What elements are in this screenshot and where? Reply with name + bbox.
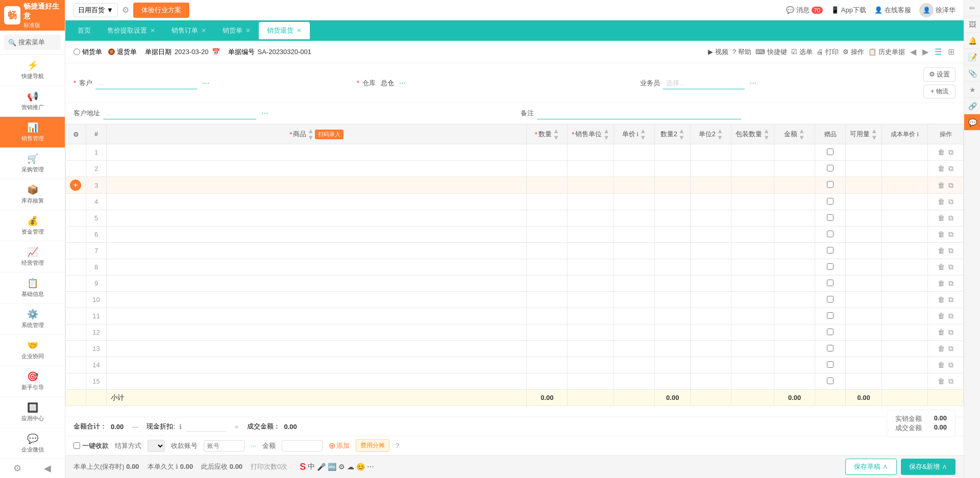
pkg-cell[interactable] xyxy=(731,243,774,259)
qty2-cell[interactable] xyxy=(655,259,691,275)
copy-row-button[interactable]: ⧉ xyxy=(947,327,954,338)
pkg-cell[interactable] xyxy=(731,194,774,210)
product-cell[interactable] xyxy=(107,259,527,275)
history-button[interactable]: 📋 历史单据 xyxy=(868,47,905,57)
sidebar-item-inventory[interactable]: 📦库存核算 xyxy=(0,179,65,210)
cost-cell[interactable] xyxy=(882,227,928,243)
amount-cell[interactable] xyxy=(774,177,815,194)
gift-checkbox[interactable] xyxy=(827,280,834,286)
amount-cell[interactable] xyxy=(774,275,815,292)
bell-sidebar-icon[interactable]: 🔔 xyxy=(964,33,980,49)
unit-cell[interactable] xyxy=(568,308,614,324)
cost-cell[interactable] xyxy=(882,292,928,308)
gift-checkbox[interactable] xyxy=(827,361,834,368)
online-service-button[interactable]: 👤 在线客服 xyxy=(874,6,911,15)
pkg-cell[interactable] xyxy=(731,373,774,390)
gift-checkbox[interactable] xyxy=(827,263,834,270)
qty-cell[interactable] xyxy=(527,194,568,210)
gift-checkbox[interactable] xyxy=(827,247,834,254)
avail-cell[interactable] xyxy=(846,308,882,324)
gift-checkbox[interactable] xyxy=(827,329,834,335)
gift-cell[interactable] xyxy=(815,324,846,341)
qty2-cell[interactable] xyxy=(655,227,691,243)
product-cell[interactable] xyxy=(107,373,527,390)
sidebar-item-wechat[interactable]: 💬企业微信 xyxy=(0,428,65,458)
qty2-cell[interactable] xyxy=(655,194,691,210)
unit-cell[interactable] xyxy=(568,243,614,259)
product-cell[interactable] xyxy=(107,275,527,292)
copy-row-button[interactable]: ⧉ xyxy=(947,343,954,354)
gift-cell[interactable] xyxy=(815,259,846,275)
gift-cell[interactable] xyxy=(815,243,846,259)
cost-cell[interactable] xyxy=(882,177,928,194)
gift-cell[interactable] xyxy=(815,341,846,357)
pkg-cell[interactable] xyxy=(731,357,774,373)
add-row-button[interactable]: + xyxy=(70,180,81,191)
unit2-cell[interactable] xyxy=(691,177,731,194)
sidebar-item-cooperation[interactable]: 🤝企业协同 xyxy=(0,335,65,366)
delete-row-button[interactable]: 🗑 xyxy=(937,360,946,370)
unit-cell[interactable] xyxy=(568,275,614,292)
sidebar-item-apps[interactable]: 🔲应用中心 xyxy=(0,397,65,428)
avail-cell[interactable] xyxy=(846,275,882,292)
unit-cell[interactable] xyxy=(568,292,614,308)
amount-cell[interactable] xyxy=(774,324,815,341)
qty-cell[interactable] xyxy=(527,308,568,324)
app-download-button[interactable]: 📱 App下载 xyxy=(831,6,866,15)
qty-cell[interactable] xyxy=(527,324,568,341)
avail-cell[interactable] xyxy=(846,292,882,308)
help-button[interactable]: ? 帮助 xyxy=(732,47,751,57)
qty-cell[interactable] xyxy=(527,275,568,292)
settings-footer-icon[interactable]: ⚙ xyxy=(4,463,31,474)
sidebar-item-guide[interactable]: 🎯新手引导 xyxy=(0,366,65,397)
price-cell[interactable] xyxy=(614,292,655,308)
tab-close-icon[interactable]: ✕ xyxy=(246,27,251,34)
price-cell[interactable] xyxy=(614,144,655,161)
delete-row-button[interactable]: 🗑 xyxy=(937,163,946,173)
copy-row-button[interactable]: ⧉ xyxy=(947,229,954,240)
amount-cell[interactable] xyxy=(774,292,815,308)
avail-cell[interactable] xyxy=(846,161,882,177)
save-draft-button[interactable]: 保存草稿 ∧ xyxy=(845,459,897,475)
cost-cell[interactable] xyxy=(882,275,928,292)
gift-cell[interactable] xyxy=(815,292,846,308)
price-cell[interactable] xyxy=(614,373,655,390)
gift-checkbox[interactable] xyxy=(827,198,834,205)
delete-row-button[interactable]: 🗑 xyxy=(937,262,946,272)
product-cell[interactable] xyxy=(107,144,527,161)
cost-cell[interactable] xyxy=(882,194,928,210)
unit2-cell[interactable] xyxy=(691,259,731,275)
price-cell[interactable] xyxy=(614,161,655,177)
gift-checkbox[interactable] xyxy=(827,148,834,155)
qty2-cell[interactable] xyxy=(655,161,691,177)
qty2-cell[interactable] xyxy=(655,177,691,194)
gift-cell[interactable] xyxy=(815,308,846,324)
sidebar-item-sales[interactable]: 📊销售管理 xyxy=(0,117,65,148)
payment-help-icon[interactable]: ? xyxy=(396,442,399,449)
cost-cell[interactable] xyxy=(882,243,928,259)
unit2-cell[interactable] xyxy=(691,292,731,308)
amount-cell[interactable] xyxy=(774,243,815,259)
avail-cell[interactable] xyxy=(846,259,882,275)
experience-button[interactable]: 体验行业方案 xyxy=(133,3,189,18)
price-cell[interactable] xyxy=(614,308,655,324)
pkg-cell[interactable] xyxy=(731,341,774,357)
unit2-cell[interactable] xyxy=(691,227,731,243)
avail-cell[interactable] xyxy=(846,243,882,259)
unit2-cell[interactable] xyxy=(691,243,731,259)
tab-销售订单[interactable]: 销售订单✕ xyxy=(163,22,214,39)
account-dots-button[interactable]: ··· xyxy=(251,442,256,449)
product-cell[interactable] xyxy=(107,292,527,308)
return-order-radio[interactable]: 退货单 xyxy=(108,47,137,57)
pkg-cell[interactable] xyxy=(731,161,774,177)
unit2-cell[interactable] xyxy=(691,210,731,227)
price-cell[interactable] xyxy=(614,275,655,292)
price-cell[interactable] xyxy=(614,243,655,259)
sidebar-item-operation[interactable]: 📈经营管理 xyxy=(0,241,65,272)
sidebar-item-finance[interactable]: 💰资金管理 xyxy=(0,210,65,241)
gift-cell[interactable] xyxy=(815,227,846,243)
gift-cell[interactable] xyxy=(815,177,846,194)
amount-cell[interactable] xyxy=(774,259,815,275)
cost-cell[interactable] xyxy=(882,259,928,275)
sale-order-radio[interactable]: 销货单 xyxy=(74,47,102,57)
